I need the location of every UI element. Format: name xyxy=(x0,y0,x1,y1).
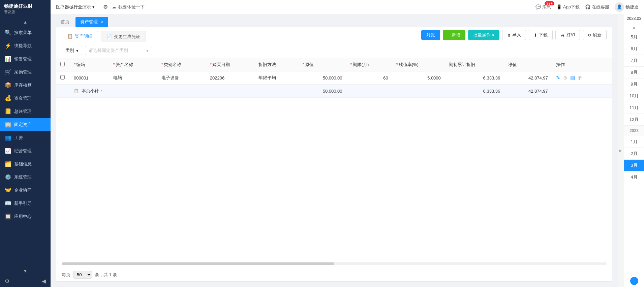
collapse-icon[interactable]: ◀ xyxy=(42,278,46,284)
nav-label-payroll: 工资 xyxy=(14,135,23,141)
timeline-collapse-btn[interactable]: ▶ xyxy=(618,14,624,287)
app-download-btn[interactable]: 📱 App下载 xyxy=(556,4,580,10)
online-service-label: 在线客服 xyxy=(592,4,609,10)
nav-label-enterprise: 企业协同 xyxy=(14,187,32,193)
timeline-item[interactable]: 2月 xyxy=(624,148,644,160)
nav-icon-fixed-assets: 🏢 xyxy=(5,121,11,128)
subtotal-original-value: 50,000.00 xyxy=(299,85,346,98)
experience-btn[interactable]: ☁ 我要体验一下 xyxy=(112,4,145,10)
new-btn[interactable]: + 新增 xyxy=(443,30,465,40)
sidebar-item-operations[interactable]: 📈经营管理 xyxy=(0,144,51,157)
sidebar-item-quick-nav[interactable]: ⚡快捷导航 xyxy=(0,39,51,52)
timeline-panel: 2023.03 ▲ 5月6月7月8月9月10月11月12月20231月2月3月4… xyxy=(624,14,644,287)
timeline-item[interactable]: 8月 xyxy=(624,67,644,78)
th-accumulated-depreciation: 期初累计折旧 xyxy=(445,58,504,71)
sidebar-item-search[interactable]: 🔍搜索菜单 xyxy=(0,26,51,39)
tab-asset-management[interactable]: 资产管理 × xyxy=(75,17,108,27)
sidebar-item-fixed-assets[interactable]: 🏢固定资产 xyxy=(0,118,51,131)
change-voucher-label: 变更生成凭证 xyxy=(114,34,140,40)
nav-icon-ledger: 📒 xyxy=(5,108,11,115)
company-dropdown-icon: ▾ xyxy=(92,4,95,9)
subtotal-accumulated: 6,333.36 xyxy=(445,85,504,98)
row-checkbox[interactable] xyxy=(60,75,65,79)
category-filter[interactable]: 类别 ▾ xyxy=(62,46,82,55)
refresh-btn[interactable]: ↻ 刷新 xyxy=(583,30,607,40)
app-title: 畅捷通好业财 xyxy=(4,3,32,9)
batch-btn[interactable]: 批量操作 ▾ xyxy=(468,30,499,40)
company-selector[interactable]: 医疗器械行业演示 ▾ xyxy=(56,4,95,10)
cell-checkbox[interactable] xyxy=(56,71,70,85)
nav-icon-funds: 💰 xyxy=(5,95,11,101)
cell-depreciation-method: 年限平均 xyxy=(254,71,299,85)
topbar-right: 💬 消息 99+ 📱 App下载 🎧 在线客服 👤 畅捷通 xyxy=(535,2,639,12)
timeline-item[interactable]: 12月 xyxy=(624,114,644,126)
timeline-item[interactable]: 4月 xyxy=(624,171,644,183)
sidebar-item-app-center[interactable]: 🔲应用中心 xyxy=(0,210,51,223)
select-all-checkbox[interactable] xyxy=(60,62,65,66)
sidebar-item-enterprise[interactable]: 🤝企业协同 xyxy=(0,184,51,197)
tab-close-icon[interactable]: × xyxy=(101,20,103,24)
timeline-item-current[interactable]: 3月 xyxy=(624,160,644,171)
print-icon: 🖨 xyxy=(560,33,565,38)
sidebar-item-system[interactable]: ⚙️系统管理 xyxy=(0,170,51,184)
sidebar-item-payroll[interactable]: 👥工资 xyxy=(0,131,51,144)
online-service-btn[interactable]: 🎧 在线客服 xyxy=(585,4,609,10)
messages-btn[interactable]: 💬 消息 99+ xyxy=(535,4,551,10)
timeline-item[interactable]: 1月 xyxy=(624,136,644,148)
sidebar-item-base-info[interactable]: 🗂️基础信息 xyxy=(0,157,51,170)
tab-home[interactable]: 首页 xyxy=(56,17,74,27)
sidebar-scroll-up[interactable]: ▲ xyxy=(0,18,51,26)
sidebar-item-purchase[interactable]: 🛒采购管理 xyxy=(0,65,51,78)
sub-tab-asset-detail[interactable]: 📋 资产明细 xyxy=(62,31,98,42)
subtotal-row: 📋 本页小计： 50,000.00 6,333.36 42,874.97 xyxy=(56,85,612,98)
cell-accumulated-depreciation: 6,333.36 xyxy=(445,71,504,85)
edit-icon[interactable]: ✎ xyxy=(556,75,560,81)
timeline-item[interactable]: 10月 xyxy=(624,90,644,102)
nav-icon-quick-nav: ⚡ xyxy=(5,42,11,49)
sub-tab-change-voucher[interactable]: 📄 变更生成凭证 xyxy=(101,31,146,42)
username: 畅捷通 xyxy=(625,4,639,10)
timeline-action-btn[interactable]: ↓ xyxy=(630,277,638,285)
nav-label-base-info: 基础信息 xyxy=(14,161,32,167)
sidebar-scroll-down[interactable]: ▼ xyxy=(0,267,51,275)
download-icon: 📱 xyxy=(556,4,562,9)
timeline-scroll-up[interactable]: ▲ xyxy=(624,23,644,31)
timeline-item[interactable]: 11月 xyxy=(624,102,644,114)
th-category: *类别名称 xyxy=(157,58,206,71)
sidebar-item-inventory[interactable]: 📦库存核算 xyxy=(0,78,51,92)
sidebar-item-funds[interactable]: 💰资金管理 xyxy=(0,92,51,105)
nav-label-guide: 新手引导 xyxy=(14,200,32,206)
app-edition: 普及版 xyxy=(4,9,15,14)
reconcile-btn[interactable]: 对账 xyxy=(421,30,440,40)
nav-label-operations: 经营管理 xyxy=(14,148,32,154)
delete-icon[interactable]: 🗑 xyxy=(578,75,583,81)
print-btn[interactable]: 🖨 打印 xyxy=(555,30,580,40)
timeline-item[interactable]: 9月 xyxy=(624,78,644,90)
nav-label-purchase: 采购管理 xyxy=(14,69,32,75)
th-term-months: *期限(月) xyxy=(346,58,392,71)
timeline-item[interactable]: 6月 xyxy=(624,43,644,55)
nav-label-funds: 资金管理 xyxy=(14,95,32,101)
detail-icon[interactable]: ▤ xyxy=(570,75,575,81)
topbar: 医疗器械行业演示 ▾ ⚙ ☁ 我要体验一下 💬 消息 99+ 📱 App下载 🎧… xyxy=(51,0,644,14)
download-btn[interactable]: ⬇ 下载 xyxy=(529,30,553,40)
timeline-wrapper: ▶ 2023.03 ▲ 5月6月7月8月9月10月11月12月20231月2月3… xyxy=(618,14,644,287)
page-size-select[interactable]: 50 100 200 xyxy=(73,271,92,279)
category-value-filter[interactable]: 请选择固定资产类别 ▾ xyxy=(85,46,152,55)
gear-icon[interactable]: ⚙ xyxy=(103,4,108,10)
timeline-item[interactable]: 5月 xyxy=(624,31,644,43)
timeline-item[interactable]: 7月 xyxy=(624,55,644,67)
horizontal-scrollbar[interactable] xyxy=(62,262,607,265)
messages-badge: 99+ xyxy=(545,1,554,5)
copy-icon[interactable]: ⊕ xyxy=(563,75,568,81)
sidebar-item-guide[interactable]: 📖新手引导 xyxy=(0,197,51,210)
nav-label-fixed-assets: 固定资产 xyxy=(14,122,32,128)
sidebar-item-sales[interactable]: 📊销售管理 xyxy=(0,52,51,65)
user-area[interactable]: 👤 畅捷通 xyxy=(615,2,639,12)
category-value-icon: ▾ xyxy=(146,48,149,53)
sidebar-item-ledger[interactable]: 📒总账管理 xyxy=(0,105,51,118)
import-btn[interactable]: ⬆ 导入 xyxy=(502,30,526,40)
scrollbar-thumb[interactable] xyxy=(62,262,334,265)
subtotal-checkbox xyxy=(56,85,70,98)
settings-icon[interactable]: ⚙ xyxy=(5,278,9,284)
